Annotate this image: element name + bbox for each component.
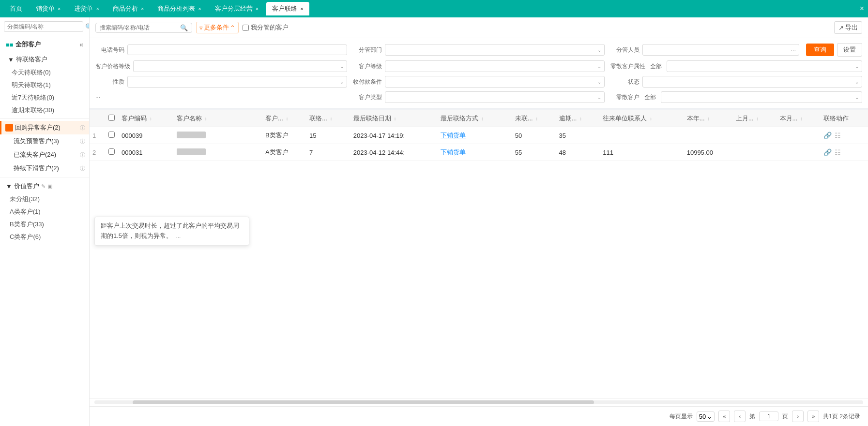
retail-attr-select[interactable]: ⌄ <box>667 60 862 72</box>
tab-purchase-order[interactable]: 进货单 × <box>68 2 105 15</box>
sidebar-search-input[interactable] <box>4 21 83 32</box>
row2-last-method[interactable]: 下销货单 <box>438 144 512 161</box>
horizontal-scrollbar[interactable] <box>90 398 868 406</box>
tab-product-analysis-close[interactable]: × <box>141 6 144 12</box>
scroll-thumb[interactable] <box>133 400 594 404</box>
tab-product-list-close[interactable]: × <box>198 6 201 12</box>
tab-customer-tier-close[interactable]: × <box>256 6 259 12</box>
row2-link-icon[interactable]: 🔗 <box>823 148 832 156</box>
per-page-value: 50 <box>699 413 706 420</box>
sidebar-item-today[interactable]: 今天待联络(0) <box>0 66 89 79</box>
tab-home[interactable]: 首页 <box>4 2 28 15</box>
col-last-method[interactable]: 最后联络方式 ↕ <box>438 110 512 127</box>
settings-button[interactable]: 设置 <box>837 43 862 57</box>
cust-type-select[interactable]: ⌄ <box>385 91 605 103</box>
dept-select[interactable]: ⌄ <box>385 44 605 56</box>
tab-sales-close[interactable]: × <box>58 6 61 12</box>
sidebar-collapse-btn[interactable]: « <box>79 41 83 48</box>
tab-customer-tier[interactable]: 客户分层经营 × <box>209 2 264 15</box>
person-select[interactable]: ··· <box>642 44 799 56</box>
sort-icon-last-date: ↕ <box>394 116 396 121</box>
search-input[interactable] <box>100 24 178 31</box>
col-this-month[interactable]: 本月... ↕ <box>777 110 821 127</box>
tab-product-list-label: 商品分析列表 <box>157 4 195 13</box>
row1-link-icon[interactable]: 🔗 <box>823 132 832 139</box>
col-code[interactable]: 客户编码 ↕ <box>119 110 174 127</box>
row1-last-month <box>733 127 777 144</box>
sort-icon-contact: ↕ <box>330 116 333 121</box>
sidebar-item-overdue[interactable]: 逾期未联络(30) <box>0 104 89 117</box>
col-category[interactable]: 客户... ↕ <box>262 110 306 127</box>
search-icon[interactable]: 🔍 <box>180 24 188 31</box>
value-group-settings-icon[interactable]: ▣ <box>47 183 52 190</box>
page-next-btn[interactable]: › <box>792 411 804 422</box>
tab-purchase-close[interactable]: × <box>96 6 99 12</box>
col-last-month[interactable]: 上月... ↕ <box>733 110 777 127</box>
sidebar-item-churn-warning[interactable]: 流失预警客户(3) ⓘ <box>0 134 89 148</box>
sidebar-item-7days[interactable]: 近7天待联络(0) <box>0 91 89 104</box>
col-this-year[interactable]: 本年... ↕ <box>684 110 733 127</box>
tab-customer-contact[interactable]: 客户联络 × <box>266 2 309 15</box>
nature-select[interactable]: ⌄ <box>127 76 347 88</box>
window-close-button[interactable]: × <box>860 4 864 13</box>
status-select[interactable]: ⌄ <box>642 76 862 88</box>
row1-checkbox[interactable] <box>108 132 115 138</box>
sidebar-item-churned[interactable]: 已流失客户(24) ⓘ <box>0 148 89 162</box>
row2-checkbox[interactable] <box>108 148 115 155</box>
row2-method-link[interactable]: 下销货单 <box>441 148 466 156</box>
page-number-input[interactable] <box>759 411 778 421</box>
advanced-filter: 电话号码 分管部门 ⌄ 分管人员 ··· 查询 设置 <box>90 38 868 108</box>
per-page-select[interactable]: 50 ⌄ <box>697 411 715 422</box>
churn-warning-info-icon[interactable]: ⓘ <box>80 138 85 145</box>
cust-grade-select[interactable]: ⌄ <box>385 60 605 72</box>
price-grade-select[interactable]: ⌄ <box>133 60 347 72</box>
row1-name[interactable] <box>174 127 262 144</box>
row1-grid-icon[interactable]: ☷ <box>835 132 841 139</box>
churned-info-icon[interactable]: ⓘ <box>80 151 85 159</box>
sidebar-search-icon[interactable]: 🔍 <box>85 23 90 30</box>
col-action: 联络动作 <box>821 110 868 127</box>
page-prev-btn[interactable]: ‹ <box>734 411 746 422</box>
page-first-btn[interactable]: « <box>718 411 730 422</box>
phone-input[interactable] <box>127 44 347 55</box>
col-name[interactable]: 客户名称 ↕ <box>174 110 262 127</box>
more-conditions-btn[interactable]: ▿ 更多条件 ⌃ <box>196 22 239 33</box>
tab-sales-order[interactable]: 销货单 × <box>30 2 66 15</box>
col-last-date[interactable]: 最后联络日期 ↕ <box>350 110 438 127</box>
tab-customer-contact-close[interactable]: × <box>300 6 303 12</box>
export-button[interactable]: ↗ 导出 <box>834 21 862 34</box>
col-contact-count[interactable]: 联络... ↕ <box>306 110 350 127</box>
table-wrap[interactable]: 客户编码 ↕ 客户名称 ↕ 客户... ↕ <box>90 110 868 398</box>
col-uncontacted[interactable]: 未联... ↕ <box>512 110 556 127</box>
sort-icon-name: ↕ <box>205 116 207 121</box>
filter-dots-label[interactable]: ··· <box>95 94 100 101</box>
sidebar-item-tomorrow[interactable]: 明天待联络(1) <box>0 79 89 91</box>
row1-method-link[interactable]: 下销货单 <box>441 132 466 139</box>
page-last-btn[interactable]: » <box>807 411 819 422</box>
sidebar-item-class-a[interactable]: A类客户(1) <box>0 206 89 218</box>
my-customer-checkbox[interactable] <box>243 25 249 31</box>
sidebar-item-declining[interactable]: 持续下滑客户(2) ⓘ <box>0 162 89 175</box>
select-all-checkbox[interactable] <box>108 115 115 121</box>
tab-product-analysis-list[interactable]: 商品分析列表 × <box>152 2 207 15</box>
row2-grid-icon[interactable]: ☷ <box>835 148 841 156</box>
col-unit-contact[interactable]: 往来单位联系人 ↕ <box>600 110 684 127</box>
declining-info-icon[interactable]: ⓘ <box>80 165 85 172</box>
value-customer-header[interactable]: ▼ 价值客户 ✎ ▣ <box>0 179 89 193</box>
tab-product-analysis[interactable]: 商品分析 × <box>107 2 150 15</box>
sidebar-item-repurchase-anomaly[interactable]: 回购异常客户(2) ⓘ <box>0 121 89 134</box>
sidebar-item-class-c[interactable]: C类客户(6) <box>0 231 89 243</box>
sidebar-group-pending[interactable]: ▼ 待联络客户 <box>0 53 89 66</box>
sidebar-item-unclassified[interactable]: 未分组(32) <box>0 193 89 206</box>
row2-name[interactable] <box>174 144 262 161</box>
repurchase-info-icon[interactable]: ⓘ <box>80 124 85 132</box>
row1-last-method[interactable]: 下销货单 <box>438 127 512 144</box>
query-button[interactable]: 查询 <box>806 44 834 56</box>
my-customer-checkbox-wrap[interactable]: 我分管的客户 <box>243 23 289 32</box>
retail-cust-select[interactable]: ⌄ <box>661 91 862 103</box>
value-group-edit-icon[interactable]: ✎ <box>41 183 46 190</box>
sidebar-item-class-b[interactable]: B类客户(33) <box>0 218 89 231</box>
row2-this-year: 10995.00 <box>684 144 733 161</box>
col-overdue[interactable]: 逾期... ↕ <box>556 110 600 127</box>
payment-select[interactable]: ⌄ <box>385 76 605 88</box>
